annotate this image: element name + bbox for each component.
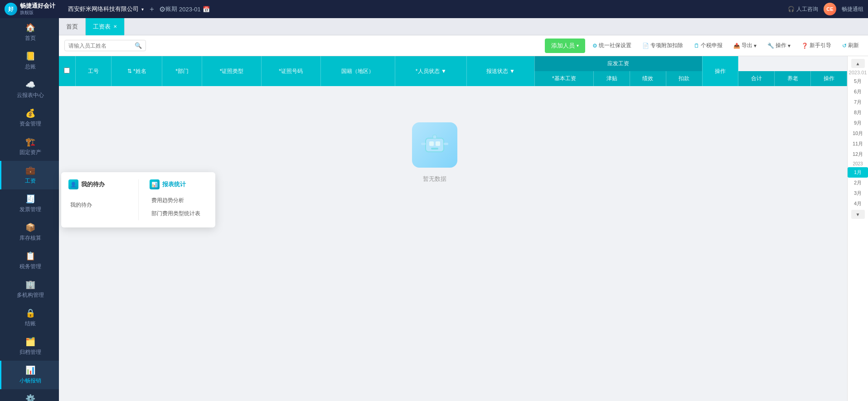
month-8[interactable]: 8月 [848, 107, 868, 118]
month-9[interactable]: 9月 [848, 118, 868, 128]
popup-col-todo: 👤 我的待办 我的待办 [68, 179, 127, 220]
special-deduct-btn[interactable]: 📄 专项附加扣除 [639, 40, 687, 51]
empty-icon [412, 122, 457, 168]
month-1[interactable]: 1月 [848, 167, 868, 178]
export-icon: 📤 [733, 43, 740, 49]
header-actions: ＋ ⚙ [148, 5, 165, 14]
sidebar-label-inventory: 库存核算 [19, 234, 41, 242]
filter-icon[interactable]: ▼ [441, 68, 446, 74]
month-4[interactable]: 4月 [848, 198, 868, 209]
col-base-salary: *基本工资 [534, 71, 594, 86]
customer-service-btn[interactable]: 🎧 人工咨询 [788, 5, 818, 13]
month-nav-up[interactable]: ▲ [851, 59, 865, 68]
add-button[interactable]: ＋ [148, 5, 155, 14]
col-action: 操作 [811, 71, 847, 86]
month-5[interactable]: 5月 [848, 76, 868, 87]
col-person-status: *人员状态 ▼ [395, 56, 467, 86]
logo-icon: 好 [5, 3, 17, 15]
popup-section: 👤 我的待办 我的待办 📊 报表统计 费用趋势分析 部门费用类型统计表 [68, 179, 208, 220]
add-person-chevron-icon: ▾ [577, 43, 579, 48]
empty-text: 暂无数据 [423, 175, 446, 183]
operation-icon: 🔧 [767, 43, 774, 49]
popup-divider [138, 179, 139, 220]
export-chevron-icon: ▾ [754, 43, 756, 49]
sidebar-item-basic[interactable]: ⚙️ 基础设置 [0, 389, 59, 401]
month-12[interactable]: 12月 [848, 149, 868, 159]
sidebar-item-closing[interactable]: 🔒 结账 [0, 304, 59, 332]
tab-close-icon[interactable]: ✕ [113, 24, 117, 29]
refresh-btn[interactable]: ↺ 刷新 [839, 40, 863, 51]
sidebar-item-invoice[interactable]: 🧾 发票管理 [0, 189, 59, 218]
month-7[interactable]: 7月 [848, 97, 868, 107]
sidebar-item-fund[interactable]: 💰 资金管理 [0, 104, 59, 132]
sidebar-item-tax[interactable]: 📋 税务管理 [0, 246, 59, 275]
add-person-label: 添加人员 [551, 42, 575, 50]
sidebar-label-archive: 归档管理 [19, 348, 41, 356]
period-value: 2023-01 [179, 6, 201, 13]
svg-rect-6 [444, 143, 448, 145]
month-6[interactable]: 6月 [848, 87, 868, 97]
new-guide-btn[interactable]: ❓ 新手引导 [798, 40, 835, 51]
tab-home-label: 首页 [66, 23, 78, 31]
sidebar-item-multi-org[interactable]: 🏢 多机构管理 [0, 275, 59, 304]
select-all-checkbox[interactable] [64, 68, 70, 73]
operation-chevron-icon: ▾ [788, 43, 790, 49]
report-item-1[interactable]: 费用趋势分析 [150, 194, 209, 207]
period-label: 账期 [165, 5, 177, 13]
sidebar-item-xiaochang[interactable]: 📊 小畅报销 [0, 361, 59, 389]
sidebar-item-inventory[interactable]: 📦 库存核算 [0, 218, 59, 246]
col-id-type: *证照类型 [202, 56, 262, 86]
todo-item-1[interactable]: 我的待办 [68, 198, 127, 212]
headset-icon: 🎧 [788, 6, 795, 12]
operation-btn[interactable]: 🔧 操作 ▾ [764, 40, 794, 51]
svg-rect-2 [436, 141, 440, 146]
sidebar: 🏠 首页 📒 总账 ☁️ 云报表中心 💰 资金管理 🏗️ 固定资产 💼 工资 🧾… [0, 18, 59, 401]
reports-title: 报表统计 [162, 180, 186, 188]
sidebar-item-archive[interactable]: 🗂️ 归档管理 [0, 332, 59, 361]
todo-title: 我的待办 [81, 180, 105, 188]
company-selector[interactable]: 西安虾米网络科技有限公司 ▾ [68, 5, 144, 13]
sidebar-item-ledger[interactable]: 📒 总账 [0, 47, 59, 75]
search-box[interactable]: 🔍 [64, 40, 146, 51]
export-btn[interactable]: 📤 导出 ▾ [730, 40, 760, 51]
calendar-icon[interactable]: 📅 [203, 6, 210, 13]
social-security-btn[interactable]: ⚙ 统一社保设置 [589, 40, 635, 51]
svg-rect-0 [426, 138, 444, 152]
settings-button[interactable]: ⚙ [159, 5, 165, 14]
sidebar-item-salary[interactable]: 💼 工资 [0, 161, 59, 189]
sidebar-label-closing: 结账 [25, 320, 36, 328]
tax-report-btn[interactable]: 🗒 个税申报 [690, 40, 726, 51]
sidebar-label-salary: 工资 [25, 177, 36, 185]
social-security-label: 统一社保设置 [599, 42, 631, 49]
add-person-button[interactable]: 添加人员 ▾ [545, 39, 585, 53]
basic-icon: ⚙️ [25, 394, 35, 401]
svg-rect-3 [431, 148, 438, 150]
month-2[interactable]: 2月 [848, 178, 868, 188]
sidebar-label-fund: 资金管理 [19, 120, 41, 128]
report-item-2[interactable]: 部门费用类型统计表 [150, 207, 209, 220]
salary-icon: 💼 [25, 165, 35, 175]
month-3[interactable]: 3月 [848, 188, 868, 198]
col-department: *部门 [162, 56, 202, 86]
avatar-text: CE [826, 6, 833, 12]
sidebar-item-home[interactable]: 🏠 首页 [0, 18, 59, 47]
table-month-container: 工号 ⇅ *姓名 *部门 *证照类型 *证照号码 国籍（地区） *人员状态 ▼ [59, 56, 868, 401]
logo-texts: 畅捷通好会计 旗舰版 [20, 2, 55, 16]
sidebar-item-assets[interactable]: 🏗️ 固定资产 [0, 132, 59, 161]
tab-home[interactable]: 首页 [59, 18, 86, 35]
tab-salary-sheet[interactable]: 工资表 ✕ [86, 18, 125, 35]
sidebar-item-cloud[interactable]: ☁️ 云报表中心 [0, 75, 59, 104]
search-input[interactable] [68, 43, 132, 49]
xiaochang-icon: 📊 [25, 365, 35, 375]
month-11[interactable]: 11月 [848, 139, 868, 149]
svg-rect-5 [421, 143, 426, 145]
logo-area: 好 畅捷通好会计 旗舰版 [5, 2, 63, 16]
assets-icon: 🏗️ [25, 137, 35, 147]
checkbox-header[interactable] [59, 56, 75, 86]
col-name: ⇅ *姓名 [112, 56, 162, 86]
filter-icon2[interactable]: ▼ [509, 68, 515, 74]
month-nav-down[interactable]: ▼ [851, 210, 865, 219]
logo-subtitle: 旗舰版 [20, 10, 55, 16]
month-10[interactable]: 10月 [848, 128, 868, 139]
invoice-icon: 🧾 [25, 194, 35, 204]
